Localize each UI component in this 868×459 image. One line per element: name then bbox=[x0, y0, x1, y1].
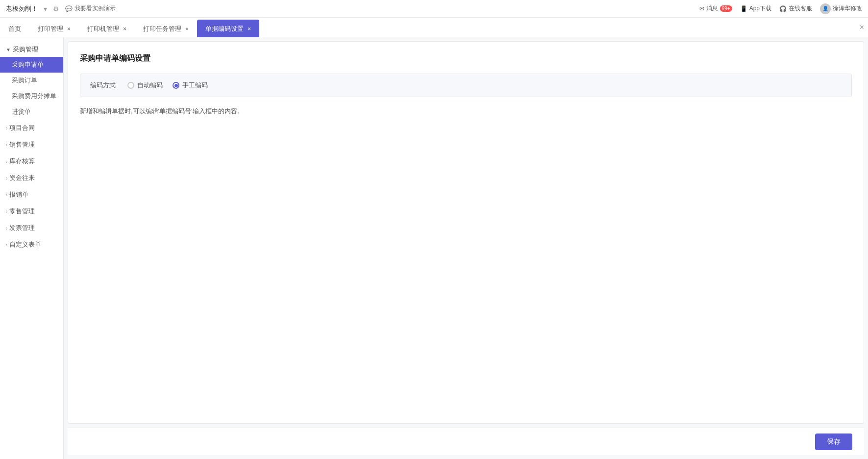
radio-manual-label: 手工编码 bbox=[182, 81, 208, 90]
app-download-button[interactable]: 📱 App下载 bbox=[740, 4, 771, 13]
content-inner: 采购申请单编码设置 编码方式 自动编码 手工编码 新增和编辑单据时,可 bbox=[68, 41, 864, 424]
online-service-button[interactable]: 🎧 在线客服 bbox=[779, 4, 812, 13]
inventory-label: 库存核算 bbox=[9, 157, 35, 166]
retail-label: 零售管理 bbox=[9, 207, 35, 216]
demo-icon: 💬 bbox=[65, 5, 73, 12]
encoding-label: 编码方式 bbox=[90, 81, 116, 90]
settings-icon[interactable]: ⚙ bbox=[53, 5, 59, 13]
sidebar-group-retail[interactable]: › 零售管理 bbox=[0, 203, 63, 220]
save-button[interactable]: 保存 bbox=[815, 434, 852, 450]
tab-print-manage[interactable]: 打印管理 × bbox=[29, 20, 79, 37]
top-bar-left: 老板勿削！ ▾ ⚙ 💬 我要看实例演示 bbox=[6, 4, 116, 13]
expense-arrow: › bbox=[6, 192, 7, 198]
encoding-section: 编码方式 自动编码 手工编码 bbox=[80, 74, 852, 97]
sidebar-group-sales[interactable]: › 销售管理 bbox=[0, 136, 63, 153]
radio-auto-circle bbox=[127, 82, 134, 89]
sidebar-item-inbound[interactable]: 进货单 bbox=[0, 104, 63, 120]
tab-home-label: 首页 bbox=[8, 25, 21, 33]
page-title: 采购申请单编码设置 bbox=[80, 53, 852, 64]
sales-arrow: › bbox=[6, 142, 7, 148]
invoice-label: 发票管理 bbox=[9, 224, 35, 232]
message-label: 消息 bbox=[706, 4, 718, 13]
user-profile[interactable]: 👤 徐泽华修改 bbox=[820, 3, 862, 14]
sidebar-group-custom[interactable]: › 自定义表单 bbox=[0, 236, 63, 253]
bottom-bar: 保存 bbox=[68, 428, 864, 455]
tab-bar: 首页 打印管理 × 打印机管理 × 打印任务管理 × 单据编码设置 × × bbox=[0, 18, 868, 37]
message-button[interactable]: ✉ 消息 99+ bbox=[699, 4, 732, 13]
top-bar: 老板勿削！ ▾ ⚙ 💬 我要看实例演示 ✉ 消息 99+ 📱 App下载 🎧 在… bbox=[0, 0, 868, 18]
online-service-label: 在线客服 bbox=[789, 4, 812, 13]
tab-print-manage-label: 打印管理 bbox=[38, 25, 63, 33]
radio-auto[interactable]: 自动编码 bbox=[127, 81, 163, 90]
main-layout: ▼ 采购管理 采购申请单 采购订单 采购费用分摊单 进货单 › 项目合同 › 销… bbox=[0, 37, 868, 459]
sidebar-group-project[interactable]: › 项目合同 bbox=[0, 120, 63, 136]
radio-manual-circle bbox=[173, 82, 179, 89]
service-icon: 🎧 bbox=[779, 5, 787, 12]
sidebar-group-expense[interactable]: › 报销单 bbox=[0, 186, 63, 203]
tab-printer-manage-close[interactable]: × bbox=[123, 26, 126, 32]
purchase-order-label: 采购订单 bbox=[12, 76, 37, 84]
message-badge: 99+ bbox=[720, 5, 732, 12]
user-name: 徐泽华修改 bbox=[833, 4, 862, 13]
purchase-arrow: ▼ bbox=[6, 47, 11, 52]
avatar: 👤 bbox=[820, 3, 831, 14]
tab-print-manage-close[interactable]: × bbox=[67, 26, 71, 32]
sidebar-item-purchase-cost[interactable]: 采购费用分摊单 bbox=[0, 88, 63, 104]
inventory-arrow: › bbox=[6, 159, 7, 164]
purchase-group-label: 采购管理 bbox=[13, 45, 38, 54]
close-all-tabs[interactable]: × bbox=[860, 23, 864, 32]
sidebar-item-purchase-order[interactable]: 采购订单 bbox=[0, 73, 63, 88]
invoice-arrow: › bbox=[6, 226, 7, 231]
radio-manual[interactable]: 手工编码 bbox=[173, 81, 208, 90]
tab-single-code-label: 单据编码设置 bbox=[205, 25, 244, 33]
app-download-label: App下载 bbox=[749, 4, 771, 13]
sidebar-group-capital[interactable]: › 资金往来 bbox=[0, 170, 63, 186]
sales-label: 销售管理 bbox=[9, 140, 35, 149]
tab-single-code-close[interactable]: × bbox=[248, 26, 251, 32]
project-label: 项目合同 bbox=[9, 124, 35, 132]
sidebar-group-purchase[interactable]: ▼ 采购管理 bbox=[0, 41, 63, 57]
custom-label: 自定义表单 bbox=[9, 240, 41, 249]
radio-auto-label: 自动编码 bbox=[137, 81, 163, 90]
tab-printer-manage[interactable]: 打印机管理 × bbox=[79, 20, 135, 37]
tab-print-task[interactable]: 打印任务管理 × bbox=[135, 20, 197, 37]
purchase-cost-label: 采购费用分摊单 bbox=[12, 92, 56, 100]
purchase-request-label: 采购申请单 bbox=[12, 61, 44, 68]
project-arrow: › bbox=[6, 126, 7, 131]
sidebar-item-purchase-request[interactable]: 采购申请单 bbox=[0, 57, 63, 73]
description-text: 新增和编辑单据时,可以编辑'单据编码号'输入框中的内容。 bbox=[80, 105, 852, 118]
top-bar-right: ✉ 消息 99+ 📱 App下载 🎧 在线客服 👤 徐泽华修改 bbox=[699, 3, 862, 14]
sidebar-group-invoice[interactable]: › 发票管理 bbox=[0, 220, 63, 236]
custom-arrow: › bbox=[6, 242, 7, 248]
download-icon: 📱 bbox=[740, 5, 747, 12]
inbound-label: 进货单 bbox=[12, 108, 31, 115]
sidebar-group-inventory[interactable]: › 库存核算 bbox=[0, 153, 63, 170]
tab-single-code[interactable]: 单据编码设置 × bbox=[197, 20, 259, 37]
tab-print-task-label: 打印任务管理 bbox=[143, 25, 181, 33]
tab-home[interactable]: 首页 bbox=[0, 20, 29, 37]
expense-label: 报销单 bbox=[9, 190, 28, 199]
tab-print-task-close[interactable]: × bbox=[185, 26, 189, 32]
demo-text: 我要看实例演示 bbox=[74, 4, 116, 13]
sidebar: ▼ 采购管理 采购申请单 采购订单 采购费用分摊单 进货单 › 项目合同 › 销… bbox=[0, 37, 64, 459]
tab-printer-manage-label: 打印机管理 bbox=[87, 25, 119, 33]
encoding-radio-group: 自动编码 手工编码 bbox=[127, 81, 208, 90]
dropdown-icon[interactable]: ▾ bbox=[44, 5, 47, 13]
message-icon: ✉ bbox=[699, 5, 704, 12]
content-area: 采购申请单编码设置 编码方式 自动编码 手工编码 新增和编辑单据时,可 bbox=[64, 37, 868, 459]
retail-arrow: › bbox=[6, 209, 7, 214]
demo-link[interactable]: 💬 我要看实例演示 bbox=[65, 4, 116, 13]
capital-arrow: › bbox=[6, 176, 7, 181]
brand-text: 老板勿削！ bbox=[6, 4, 38, 13]
capital-label: 资金往来 bbox=[9, 174, 35, 182]
